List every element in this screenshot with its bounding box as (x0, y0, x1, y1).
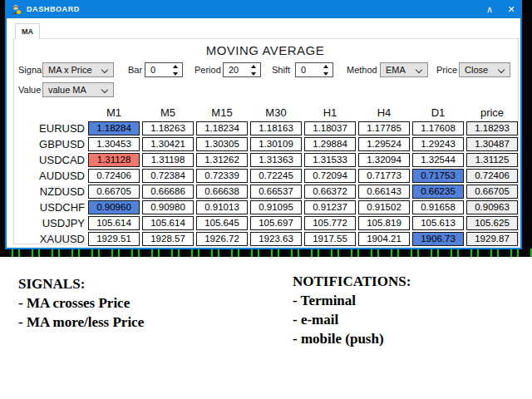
value-cell-gbpusd-M15[interactable]: 1.30305 (196, 137, 248, 151)
value-cell-usdchf-price[interactable]: 0.90963 (466, 200, 518, 214)
method-select[interactable]: EMA (380, 62, 428, 77)
value-cell-gbpusd-H1[interactable]: 1.29884 (304, 137, 356, 151)
signal-label: Signal (18, 62, 44, 77)
value-cell-usdjpy-M5[interactable]: 105.614 (142, 216, 194, 230)
table-row: EURUSD1.182841.182631.182341.181631.1803… (22, 121, 520, 135)
value-cell-usdchf-M30[interactable]: 0.91095 (250, 200, 302, 214)
spin-down-icon[interactable] (323, 72, 328, 76)
value-cell-nzdusd-price[interactable]: 0.66705 (466, 185, 518, 199)
value-label: Value (18, 82, 41, 97)
value-cell-nzdusd-M5[interactable]: 0.66686 (142, 185, 194, 199)
value-cell-audusd-H1[interactable]: 0.72094 (304, 169, 356, 183)
value-cell-usdcad-D1[interactable]: 1.32544 (412, 153, 464, 167)
value-cell-usdjpy-H4[interactable]: 105.819 (358, 216, 410, 230)
spin-up-icon[interactable] (173, 65, 178, 68)
column-header-H1: H1 (304, 106, 356, 119)
notifications-item: - Terminal (293, 291, 411, 310)
value-cell-usdcad-M15[interactable]: 1.31262 (196, 153, 248, 167)
value-cell-gbpusd-M30[interactable]: 1.30109 (250, 137, 302, 151)
value-cell-eurusd-H1[interactable]: 1.18037 (304, 121, 356, 135)
symbol-label-gbpusd: GBPUSD (22, 137, 85, 151)
value-cell-xauusd-M5[interactable]: 1928.57 (142, 232, 194, 246)
spin-down-icon[interactable] (251, 72, 256, 76)
value-cell-audusd-H4[interactable]: 0.71773 (358, 169, 410, 183)
value-cell-usdjpy-M30[interactable]: 105.697 (250, 216, 302, 230)
value-cell-nzdusd-H1[interactable]: 0.66372 (304, 185, 356, 199)
value-cell-xauusd-M1[interactable]: 1929.51 (88, 232, 140, 246)
spin-down-icon[interactable] (173, 72, 178, 76)
close-button[interactable]: ✕ (500, 0, 522, 18)
value-cell-usdjpy-price[interactable]: 105.625 (466, 216, 518, 230)
value-cell-audusd-M1[interactable]: 0.72406 (88, 169, 140, 183)
value-cell-audusd-M30[interactable]: 0.72245 (250, 169, 302, 183)
value-cell-usdjpy-D1[interactable]: 105.613 (412, 216, 464, 230)
value-cell-nzdusd-M15[interactable]: 0.66638 (196, 185, 248, 199)
value-cell-xauusd-price[interactable]: 1929.87 (466, 232, 518, 246)
value-cell-gbpusd-M1[interactable]: 1.30453 (88, 137, 140, 151)
bar-label: Bar (128, 62, 142, 77)
value-cell-usdcad-H1[interactable]: 1.31533 (304, 153, 356, 167)
value-cell-usdjpy-H1[interactable]: 105.772 (304, 216, 356, 230)
value-cell-eurusd-D1[interactable]: 1.17608 (412, 121, 464, 135)
signals-item: - MA more/less Price (18, 313, 144, 332)
value-cell-usdcad-M5[interactable]: 1.31198 (142, 153, 194, 167)
bar-stepper[interactable]: 0 (145, 62, 183, 77)
value-cell-gbpusd-price[interactable]: 1.30487 (466, 137, 518, 151)
value-cell-eurusd-price[interactable]: 1.18293 (466, 121, 518, 135)
value-cell-xauusd-H4[interactable]: 1904.21 (358, 232, 410, 246)
value-cell-audusd-M15[interactable]: 0.72339 (196, 169, 248, 183)
value-cell-usdchf-M1[interactable]: 0.90960 (88, 200, 140, 214)
value-cell-eurusd-M5[interactable]: 1.18263 (142, 121, 194, 135)
value-cell-usdchf-D1[interactable]: 0.91658 (412, 200, 464, 214)
symbol-label-usdjpy: USDJPY (22, 216, 85, 230)
value-cell-usdcad-H4[interactable]: 1.32094 (358, 153, 410, 167)
value-cell-eurusd-M30[interactable]: 1.18163 (250, 121, 302, 135)
value-cell-usdcad-price[interactable]: 1.31125 (466, 153, 518, 167)
window-title: DASHBOARD (27, 5, 479, 13)
value-cell-gbpusd-M5[interactable]: 1.30421 (142, 137, 194, 151)
value-select-value: value MA (48, 85, 86, 95)
value-cell-audusd-M5[interactable]: 0.72384 (142, 169, 194, 183)
value-cell-xauusd-D1[interactable]: 1906.73 (412, 232, 464, 246)
spin-up-icon[interactable] (323, 65, 328, 68)
value-cell-usdjpy-M15[interactable]: 105.645 (196, 216, 248, 230)
value-cell-audusd-price[interactable]: 0.72406 (466, 169, 518, 183)
value-cell-eurusd-M1[interactable]: 1.18284 (88, 121, 140, 135)
value-cell-usdchf-M15[interactable]: 0.91013 (196, 200, 248, 214)
bar-stepper-value: 0 (150, 65, 155, 75)
tab-ma[interactable]: MA (15, 23, 40, 39)
price-select[interactable]: Close (459, 62, 510, 77)
value-cell-nzdusd-D1[interactable]: 0.66235 (412, 185, 464, 199)
chart-axis-band (0, 249, 532, 257)
value-cell-usdcad-M30[interactable]: 1.31363 (250, 153, 302, 167)
value-cell-nzdusd-M1[interactable]: 0.66705 (88, 185, 140, 199)
minimize-button[interactable]: ∧ (479, 0, 500, 18)
value-cell-usdcad-M1[interactable]: 1.31128 (88, 153, 140, 167)
value-cell-gbpusd-D1[interactable]: 1.29243 (412, 137, 464, 151)
value-cell-xauusd-M15[interactable]: 1926.72 (196, 232, 248, 246)
chevron-down-icon (102, 67, 108, 73)
value-cell-nzdusd-H4[interactable]: 0.66143 (358, 185, 410, 199)
value-cell-eurusd-H4[interactable]: 1.17785 (358, 121, 410, 135)
value-cell-xauusd-H1[interactable]: 1917.55 (304, 232, 356, 246)
signal-select[interactable]: MA x Price (42, 62, 114, 77)
value-cell-xauusd-M30[interactable]: 1923.63 (250, 232, 302, 246)
panel-heading: MOVING AVERAGE (7, 43, 524, 57)
period-stepper[interactable]: 20 (223, 62, 261, 77)
value-cell-usdchf-H1[interactable]: 0.91237 (304, 200, 356, 214)
value-select[interactable]: value MA (42, 82, 114, 97)
value-cell-usdchf-M5[interactable]: 0.90980 (142, 200, 194, 214)
value-cell-usdjpy-M1[interactable]: 105.614 (88, 216, 140, 230)
symbol-label-nzdusd: NZDUSD (22, 185, 85, 199)
shift-stepper[interactable]: 0 (295, 62, 333, 77)
value-cell-eurusd-M15[interactable]: 1.18234 (196, 121, 248, 135)
value-cell-gbpusd-H4[interactable]: 1.29524 (358, 137, 410, 151)
value-cell-nzdusd-M30[interactable]: 0.66537 (250, 185, 302, 199)
value-cell-usdchf-H4[interactable]: 0.91502 (358, 200, 410, 214)
price-select-value: Close (465, 65, 488, 75)
shift-label: Shift (272, 62, 290, 77)
table-row: XAUUSD1929.511928.571926.721923.631917.5… (22, 232, 520, 246)
value-cell-audusd-D1[interactable]: 0.71753 (412, 169, 464, 183)
titlebar[interactable]: DASHBOARD ∧ ✕ (5, 0, 522, 18)
spin-up-icon[interactable] (251, 65, 256, 68)
